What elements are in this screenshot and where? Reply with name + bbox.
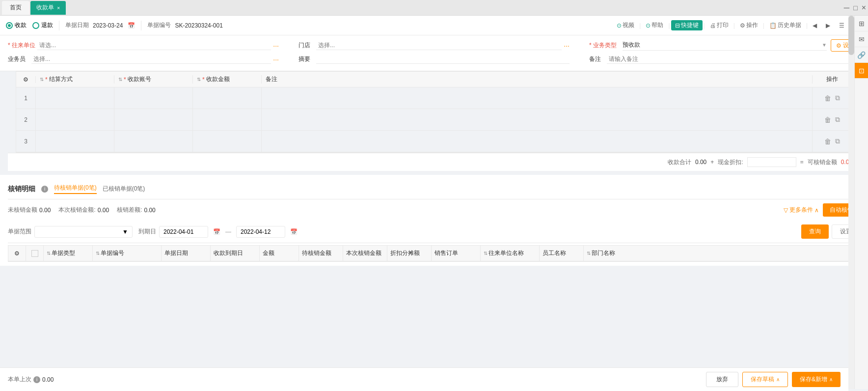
partner-more-btn[interactable]: ··· <box>273 42 279 50</box>
row-1-amount[interactable] <box>193 87 262 109</box>
toolbar: 收款 退款 单据日期 2023-03-24 📅 单据编号 SK-20230324… <box>0 16 868 35</box>
video-btn[interactable]: ⊙ 视频 <box>613 20 638 30</box>
biz-field: * 业务类型 预收款 ▼ ⚙ 设置 <box>589 39 860 52</box>
shop-field: 门店 ··· <box>298 41 570 50</box>
row-2-account[interactable] <box>114 109 193 130</box>
biz-dropdown-icon: ▼ <box>822 42 827 48</box>
row-1-jiesuan[interactable] <box>36 87 114 109</box>
next-page-btn[interactable]: ▶ <box>822 21 834 30</box>
pending-tab[interactable]: 待核销单据(0笔) <box>54 184 97 194</box>
row-3-delete-icon[interactable]: 🗑 <box>824 138 831 145</box>
minimize-icon[interactable]: ─ <box>844 3 849 12</box>
verification-info-icon[interactable]: i <box>41 186 48 193</box>
range-select[interactable]: ▼ <box>34 226 133 238</box>
video-icon: ⊙ <box>617 22 622 29</box>
close-icon[interactable]: × <box>862 3 866 12</box>
tab-home[interactable]: 首页 <box>2 1 29 15</box>
main-table-container: ⚙ ⇅ * 结算方式 ⇅ * 收款账号 ⇅ * 收款金额 备注 操作 <box>8 71 860 153</box>
more-conditions-btn[interactable]: ▽ 更多条件 ∧ <box>784 206 819 214</box>
num-label: 单据编号 <box>147 21 171 29</box>
shortcut-btn[interactable]: ⊟ 快捷键 <box>671 20 703 30</box>
bth-partner: ⇅ 往来单位名称 <box>481 246 540 261</box>
row-3-copy-icon[interactable]: ⧉ <box>835 137 840 145</box>
row-1-account[interactable] <box>114 87 193 109</box>
save-new-btn[interactable]: 保存&新增 ∧ <box>792 372 841 387</box>
date-label: 到期日 <box>138 227 156 236</box>
row-2-copy-icon[interactable]: ⧉ <box>835 115 840 124</box>
sidebar-table-icon[interactable]: ⊞ <box>855 16 868 31</box>
row-3-account[interactable] <box>114 131 193 152</box>
list-view-btn[interactable]: ☰ <box>835 21 848 30</box>
footer: 本单上次 i 0.00 放弃 保存草稿 ∧ 保存&新增 ∧ <box>0 367 848 391</box>
shop-more-btn[interactable]: ··· <box>564 42 570 50</box>
row-2-amount[interactable] <box>193 109 262 130</box>
bth-num: ⇅ 单据编号 <box>93 246 162 261</box>
help-btn[interactable]: ⊙ 帮助 <box>642 20 667 30</box>
tab-bar: 首页 收款单 × ─ □ × <box>0 0 868 16</box>
operate-btn[interactable]: ⚙ 操作 <box>736 20 762 30</box>
done-tab[interactable]: 已核销单据(0笔) <box>103 185 145 193</box>
scrollbar[interactable] <box>848 16 854 389</box>
row-1-delete-icon[interactable]: 🗑 <box>824 94 831 102</box>
print-btn[interactable]: 🖨 打印 <box>706 20 732 30</box>
tab-close-icon[interactable]: × <box>57 5 60 11</box>
bth-checkbox[interactable] <box>26 246 44 261</box>
discount-input[interactable] <box>747 157 796 167</box>
biz-select[interactable]: 预收款 ▼ <box>623 41 827 51</box>
bth-settings[interactable]: ⚙ <box>8 246 26 261</box>
date-separator: — <box>225 228 231 235</box>
tab-current[interactable]: 收款单 × <box>30 1 66 15</box>
staff-input[interactable] <box>31 55 271 64</box>
discount-label: 现金折扣: <box>718 158 743 167</box>
calendar-to-icon[interactable]: 📅 <box>290 228 298 235</box>
row-2-remark[interactable] <box>262 109 813 130</box>
radio-shoukuan[interactable]: 收款 <box>6 21 27 29</box>
header-checkbox[interactable] <box>31 250 38 257</box>
row-1-remark[interactable] <box>262 87 813 109</box>
row-1-copy-icon[interactable]: ⧉ <box>835 94 840 102</box>
sidebar-email-icon[interactable]: ✉ <box>855 31 868 47</box>
table-row: 1 🗑 ⧉ <box>16 87 852 109</box>
row-3-remark[interactable] <box>262 131 813 152</box>
row-2-delete-icon[interactable]: 🗑 <box>824 116 831 124</box>
staff-more-btn[interactable]: ··· <box>273 56 279 63</box>
diff-label: 核销差额: <box>117 206 142 214</box>
bth-pending: 待核销金额 <box>299 246 343 261</box>
maximize-icon[interactable]: □ <box>853 4 857 12</box>
save-draft-btn[interactable]: 保存草稿 ∧ <box>742 372 788 387</box>
row-3-jiesuan[interactable] <box>36 131 114 152</box>
sidebar-screenshot-icon[interactable]: ⊡ <box>855 63 868 79</box>
date-to-input[interactable] <box>236 226 285 238</box>
chevron-up-icon: ∧ <box>814 207 819 214</box>
date-from-input[interactable] <box>159 226 208 238</box>
shop-input[interactable] <box>316 41 562 50</box>
total-label: 收款合计 <box>668 158 691 167</box>
print-icon: 🖨 <box>710 22 716 29</box>
uncancelled-stat: 未核销金额 0.00 <box>8 206 51 214</box>
prev-page-btn[interactable]: ◀ <box>809 21 821 30</box>
bth-date: 单据日期 <box>162 246 211 261</box>
remark-input[interactable] <box>607 55 860 64</box>
this-cancel-label: 本次核销金额: <box>58 206 95 214</box>
summary-field: 摘要 <box>298 55 570 64</box>
summary-input[interactable] <box>316 55 570 64</box>
sidebar-link-icon[interactable]: 🔗 <box>855 47 868 63</box>
prev-info-icon[interactable]: i <box>33 376 40 383</box>
partner-field: * 往来单位 ··· <box>8 41 279 50</box>
bth-dept: ⇅ 部门名称 <box>584 246 860 261</box>
th-settings[interactable]: ⚙ <box>16 76 36 83</box>
num-value: SK-20230324-001 <box>175 22 222 29</box>
this-cancel-stat: 本次核销金额: 0.00 <box>58 206 109 214</box>
verification-header: 核销明细 i 待核销单据(0笔) 已核销单据(0笔) <box>8 179 860 199</box>
scrollbar-thumb[interactable] <box>848 16 854 55</box>
radio-tuikuan[interactable]: 退款 <box>32 21 53 29</box>
partner-input[interactable] <box>37 41 271 50</box>
row-3-amount[interactable] <box>193 131 262 152</box>
partner-label: * 往来单位 <box>8 41 35 50</box>
discard-btn[interactable]: 放弃 <box>706 372 738 387</box>
history-btn[interactable]: 📋 历史单据 <box>765 20 805 30</box>
query-btn[interactable]: 查询 <box>801 224 829 239</box>
calendar-from-icon[interactable]: 📅 <box>213 228 220 235</box>
calendar-icon[interactable]: 📅 <box>128 22 135 29</box>
row-2-jiesuan[interactable] <box>36 109 114 130</box>
